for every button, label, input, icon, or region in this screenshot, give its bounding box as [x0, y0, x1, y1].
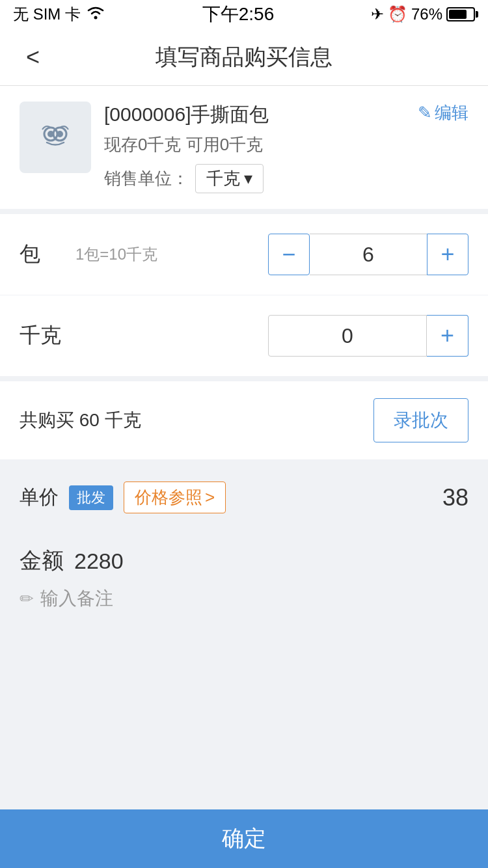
svg-point-4: [57, 131, 63, 137]
battery-icon: [446, 7, 475, 21]
price-ref-button[interactable]: 价格参照 >: [124, 481, 226, 513]
carrier-text: 无 SIM 卡: [13, 4, 81, 25]
back-button[interactable]: <: [20, 37, 46, 77]
decrement-button-bao[interactable]: −: [268, 234, 310, 275]
product-unit-row: 销售单位： 千克 ▾: [104, 164, 468, 193]
price-label: 单价: [20, 484, 59, 511]
amount-label: 金额: [20, 546, 64, 576]
dropdown-icon: ▾: [244, 169, 252, 189]
record-batch-button[interactable]: 录批次: [373, 398, 468, 442]
chevron-right-icon: >: [205, 487, 215, 508]
product-name: [0000006]手撕面包: [104, 102, 269, 128]
svg-point-0: [94, 16, 98, 20]
pencil-icon: ✏: [20, 589, 34, 609]
increment-button-bao[interactable]: +: [427, 234, 468, 275]
svg-point-3: [47, 131, 54, 137]
nav-bar: < 填写商品购买信息: [0, 29, 488, 86]
product-stock: 现存0千克 可用0千克: [104, 133, 468, 156]
amount-row: 金额 2280: [20, 546, 468, 576]
quantity-row-bao: 包 1包=10千克 − +: [0, 214, 488, 295]
location-icon: ✈: [371, 5, 384, 23]
product-card: [0000006]手撕面包 ✎ 编辑 现存0千克 可用0千克 销售单位： 千克 …: [0, 86, 488, 214]
alarm-icon: ⏰: [388, 5, 407, 23]
remark-placeholder[interactable]: 输入备注: [40, 586, 113, 611]
quantity-row-kg: 千克 +: [0, 295, 488, 381]
status-left: 无 SIM 卡: [13, 4, 105, 25]
edit-icon: ✎: [418, 103, 432, 123]
status-time: 下午2:56: [202, 2, 275, 27]
total-text: 共购买 60 千克: [20, 408, 141, 433]
product-image: [20, 102, 91, 173]
quantity-section: 包 1包=10千克 − + 千克 +: [0, 214, 488, 381]
quantity-input-kg[interactable]: [268, 315, 427, 357]
quantity-input-bao[interactable]: [310, 234, 427, 275]
unit-select[interactable]: 千克 ▾: [195, 164, 264, 193]
amount-value: 2280: [74, 549, 124, 574]
page-title: 填写商品购买信息: [156, 42, 332, 72]
confirm-button[interactable]: 确定: [0, 809, 488, 868]
price-section: 单价 批发 价格参照 > 38: [0, 465, 488, 530]
quantity-controls-bao: − +: [268, 234, 468, 275]
price-tag-batch: 批发: [69, 485, 113, 510]
status-right: ✈ ⏰ 76%: [371, 5, 475, 23]
quantity-controls-kg: +: [268, 315, 468, 357]
product-info: [0000006]手撕面包 ✎ 编辑 现存0千克 可用0千克 销售单位： 千克 …: [104, 102, 468, 193]
price-value: 38: [442, 484, 468, 511]
edit-button[interactable]: ✎ 编辑: [418, 102, 468, 124]
battery-percent: 76%: [411, 5, 442, 23]
increment-button-kg[interactable]: +: [427, 315, 468, 357]
amount-section: 金额 2280 ✏ 输入备注: [0, 530, 488, 628]
unit-label: 销售单位：: [104, 167, 189, 190]
quantity-label-bao: 包: [20, 240, 72, 269]
quantity-hint-bao: 1包=10千克: [75, 244, 268, 265]
remark-row[interactable]: ✏ 输入备注: [20, 586, 468, 621]
wifi-icon: [86, 5, 105, 23]
total-row: 共购买 60 千克 录批次: [0, 381, 488, 465]
quantity-label-kg: 千克: [20, 321, 72, 350]
status-bar: 无 SIM 卡 下午2:56 ✈ ⏰ 76%: [0, 0, 488, 29]
